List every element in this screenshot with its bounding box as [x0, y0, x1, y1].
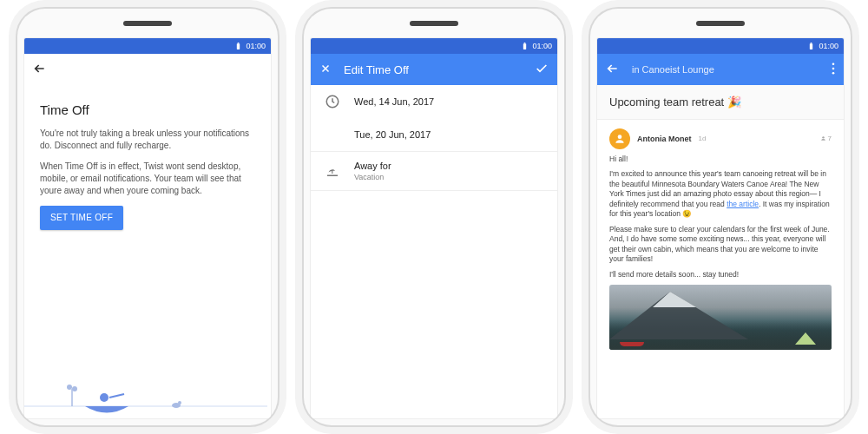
status-time: 01:00: [246, 42, 266, 50]
post: Antonia Monet 1d 7 Hi all! I'm excited t…: [597, 120, 844, 358]
appbar: in Canoeist Lounge: [597, 54, 844, 85]
phone-3: 01:00 in Canoeist Lounge Upcoming team r…: [590, 9, 851, 425]
thread-title: Upcoming team retreat 🎉: [597, 85, 844, 120]
phone-speaker: [123, 21, 172, 26]
phone-speaker: [410, 21, 458, 26]
svg-point-19: [618, 135, 622, 139]
body-text-1: You're not truly taking a break unless y…: [40, 128, 255, 152]
post-paragraph-3: I'll send more details soon... stay tune…: [609, 270, 832, 279]
clock-icon: [325, 94, 340, 109]
battery-icon: [234, 43, 242, 50]
status-bar: 01:00: [597, 38, 844, 54]
start-date-row[interactable]: Wed, 14 Jun, 2017: [311, 85, 557, 118]
status-bar: 01:00: [311, 38, 557, 54]
end-date-value: Tue, 20 Jun, 2017: [354, 129, 431, 140]
svg-rect-10: [523, 43, 526, 49]
svg-point-20: [822, 137, 824, 139]
svg-point-16: [832, 62, 835, 65]
status-time: 01:00: [819, 42, 838, 50]
vacation-icon: [325, 163, 340, 179]
post-author: Antonia Monet: [637, 134, 692, 144]
post-paragraph-2: Please make sure to clear your calendars…: [609, 225, 832, 265]
post-header: Antonia Monet 1d 7: [609, 128, 832, 149]
page-title: Time Off: [40, 101, 255, 119]
back-icon[interactable]: [606, 62, 620, 78]
article-link[interactable]: the article: [727, 200, 759, 208]
svg-rect-15: [811, 43, 812, 43]
away-value: Vacation: [354, 173, 391, 181]
svg-rect-14: [810, 43, 812, 49]
status-time: 01:00: [532, 42, 552, 50]
post-paragraph-1: I'm excited to announce this year's team…: [609, 169, 832, 219]
phone-1: 01:00 Time Off You're not truly taking a…: [17, 9, 278, 425]
battery-icon: [521, 43, 529, 50]
screen-3: 01:00 in Canoeist Lounge Upcoming team r…: [597, 38, 844, 418]
svg-rect-1: [238, 43, 240, 43]
spacer: [325, 127, 340, 142]
confirm-icon[interactable]: [535, 62, 549, 78]
appbar: Edit Time Off: [311, 54, 557, 85]
appbar-title: Edit Time Off: [344, 63, 523, 76]
divider: [311, 190, 557, 191]
svg-point-18: [832, 71, 835, 74]
start-date-value: Wed, 14 Jun, 2017: [354, 96, 434, 107]
post-image[interactable]: [609, 285, 832, 350]
svg-rect-13: [332, 171, 332, 174]
svg-rect-0: [237, 43, 240, 49]
back-icon[interactable]: [33, 62, 47, 78]
close-icon[interactable]: [319, 62, 332, 77]
screen-1: 01:00 Time Off You're not truly taking a…: [24, 38, 271, 418]
phone-2: 01:00 Edit Time Off Wed, 14 Jun, 2017 Tu…: [304, 9, 564, 425]
svg-point-17: [832, 67, 835, 69]
reply-count: 7: [820, 135, 832, 144]
post-time: 1d: [699, 135, 707, 144]
set-time-off-button[interactable]: SET TIME OFF: [40, 206, 123, 230]
svg-rect-11: [524, 43, 526, 43]
away-label: Away for: [354, 161, 391, 171]
battery-icon: [807, 43, 815, 50]
content: Wed, 14 Jun, 2017 Tue, 20 Jun, 2017 Away…: [311, 85, 557, 191]
more-icon[interactable]: [832, 62, 835, 77]
phone-speaker: [696, 21, 745, 26]
appbar-title: in Canoeist Lounge: [632, 64, 819, 75]
end-date-row[interactable]: Tue, 20 Jun, 2017: [311, 118, 557, 151]
appbar: [24, 54, 271, 85]
away-for-row[interactable]: Away for Vacation: [311, 152, 557, 190]
status-bar: 01:00: [24, 38, 271, 54]
content: Time Off You're not truly taking a break…: [24, 85, 271, 418]
body-text-2: When Time Off is in effect, Twist wont s…: [40, 161, 255, 197]
post-greeting: Hi all!: [609, 155, 832, 164]
screen-2: 01:00 Edit Time Off Wed, 14 Jun, 2017 Tu…: [311, 38, 557, 418]
avatar[interactable]: [609, 128, 630, 149]
